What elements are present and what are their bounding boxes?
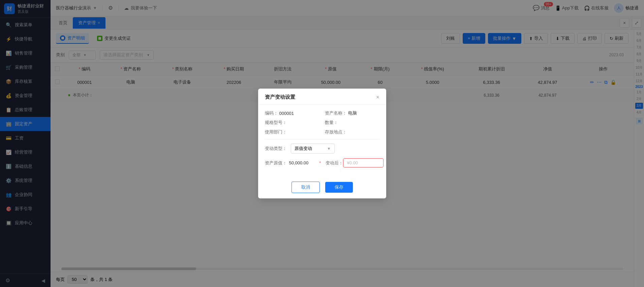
change-type-label: 变动类型： xyxy=(265,146,287,152)
modal-code-field: 编码： 000001 xyxy=(265,110,319,116)
save-button[interactable]: 保存 xyxy=(325,182,353,193)
modal-footer: 取消 保存 xyxy=(258,178,386,198)
after-value-input[interactable] xyxy=(343,158,384,167)
modal-close-button[interactable]: × xyxy=(376,94,379,100)
modal-quantity-field: 数量： xyxy=(325,120,379,126)
modal-spec-field: 规格型号： xyxy=(265,120,319,126)
original-value-label: 资产原值： xyxy=(265,160,285,166)
required-star: * xyxy=(319,160,321,165)
original-value-row: 资产原值： 50,000.00 * 变动后： xyxy=(265,158,379,167)
change-type-row: 变动类型： 原值变动 ▼ xyxy=(265,144,379,154)
modal-body: 编码： 000001 资产名称： 电脑 规格型号： 数量： 使用部门： xyxy=(258,105,386,178)
modal-overlay: 资产变动设置 × 编码： 000001 资产名称： 电脑 规格型号： 数量： xyxy=(0,0,644,287)
after-label: 变动后： xyxy=(326,160,339,166)
cancel-button[interactable]: 取消 xyxy=(292,182,320,193)
change-type-value: 原值变动 xyxy=(295,146,312,152)
modal-asset-name-field: 资产名称： 电脑 xyxy=(325,110,379,116)
change-type-select[interactable]: 原值变动 ▼ xyxy=(291,144,335,154)
modal-asset-name-value: 电脑 xyxy=(348,110,357,116)
modal-title: 资产变动设置 xyxy=(265,94,295,100)
original-value-display: 50,000.00 xyxy=(289,160,309,165)
modal-header: 资产变动设置 × xyxy=(258,89,386,105)
change-type-dropdown-icon: ▼ xyxy=(327,147,331,151)
modal-divider xyxy=(265,139,379,139)
modal-code-value: 000001 xyxy=(279,111,294,116)
modal-info-grid: 编码： 000001 资产名称： 电脑 规格型号： 数量： 使用部门： xyxy=(265,110,379,135)
asset-change-modal: 资产变动设置 × 编码： 000001 资产名称： 电脑 规格型号： 数量： xyxy=(258,89,386,198)
modal-location-field: 存放地点： xyxy=(325,129,379,135)
modal-dept-field: 使用部门： xyxy=(265,129,319,135)
